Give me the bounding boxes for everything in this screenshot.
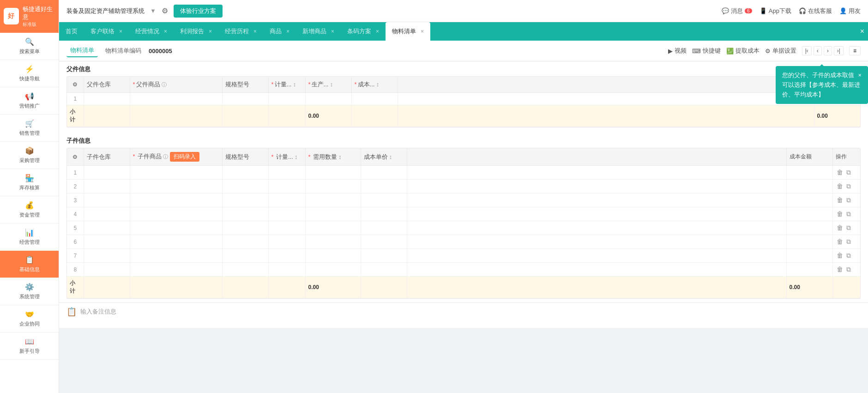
nav-tab-home[interactable]: 首页 — [59, 22, 84, 41]
delete-btn-5[interactable]: 🗑 — [837, 224, 843, 231]
nav-tab-bom[interactable]: 物料清单× — [386, 22, 430, 41]
nav-close-all[interactable]: × — [856, 27, 868, 36]
copy-btn-5[interactable]: ⧉ — [846, 224, 851, 232]
topbar-dropdown-icon[interactable]: ▼ — [150, 7, 156, 14]
prev-page-btn[interactable]: ‹ — [814, 46, 822, 55]
child-row-unit-7[interactable] — [268, 249, 305, 263]
sidebar-item-enterprise[interactable]: 🤝企业协同 — [0, 305, 59, 333]
child-row-warehouse-3[interactable] — [84, 193, 130, 207]
parent-row-warehouse[interactable] — [84, 93, 130, 105]
child-row-product-5[interactable] — [130, 221, 222, 235]
child-row-product-8[interactable] — [130, 263, 222, 277]
child-row-unitprice-4[interactable] — [361, 207, 407, 221]
tab-close-profit[interactable]: × — [209, 28, 212, 35]
app-download-item[interactable]: 📱 App下载 — [760, 7, 791, 15]
delete-btn-4[interactable]: 🗑 — [837, 210, 843, 218]
child-row-costamt-3[interactable] — [786, 193, 832, 207]
scan-input-btn[interactable]: 扫码录入 — [170, 152, 199, 162]
child-row-product-4[interactable] — [130, 207, 222, 221]
child-row-unitprice-8[interactable] — [361, 263, 407, 277]
child-row-warehouse-8[interactable] — [84, 263, 130, 277]
first-page-btn[interactable]: |‹ — [802, 46, 812, 55]
child-row-product-6[interactable] — [130, 235, 222, 249]
trial-button[interactable]: 体验行业方案 — [174, 5, 223, 18]
sidebar-item-guide[interactable]: 📖新手引导 — [0, 333, 59, 360]
child-row-spec-4[interactable] — [222, 207, 268, 221]
child-row-unitprice-7[interactable] — [361, 249, 407, 263]
child-row-qty-1[interactable] — [305, 166, 361, 180]
child-row-product-2[interactable] — [130, 180, 222, 193]
note-label[interactable]: 输入备注信息 — [80, 308, 116, 316]
child-row-spec-2[interactable] — [222, 180, 268, 193]
nav-tab-history[interactable]: 经营历程× — [218, 22, 263, 41]
sidebar-item-sales[interactable]: 🛒销售管理 — [0, 115, 59, 142]
child-row-warehouse-2[interactable] — [84, 180, 130, 193]
online-service-item[interactable]: 🎧 在线客服 — [799, 7, 832, 15]
child-row-qty-7[interactable] — [305, 249, 361, 263]
sidebar-item-basic-info[interactable]: 📋基础信息 — [0, 251, 59, 278]
child-row-spec-8[interactable] — [222, 263, 268, 277]
sidebar-item-system[interactable]: ⚙️系统管理 — [0, 278, 59, 305]
copy-btn-6[interactable]: ⧉ — [846, 238, 851, 246]
tab-close-bom[interactable]: × — [421, 28, 424, 35]
child-row-warehouse-7[interactable] — [84, 249, 130, 263]
child-row-spec-7[interactable] — [222, 249, 268, 263]
child-row-unitprice-5[interactable] — [361, 221, 407, 235]
child-row-unit-8[interactable] — [268, 263, 305, 277]
sub-nav-bom-list[interactable]: 物料清单 — [66, 44, 98, 57]
child-row-product-7[interactable] — [130, 249, 222, 263]
child-row-costamt-4[interactable] — [786, 207, 832, 221]
child-row-unitprice-6[interactable] — [361, 235, 407, 249]
list-view-btn[interactable]: ≡ — [849, 46, 861, 55]
child-row-spec-1[interactable] — [222, 166, 268, 180]
copy-btn-7[interactable]: ⧉ — [846, 252, 851, 260]
child-row-costamt-8[interactable] — [786, 263, 832, 277]
child-row-unitprice-1[interactable] — [361, 166, 407, 180]
nav-tab-barcode[interactable]: 条码方案× — [341, 22, 386, 41]
delete-btn-2[interactable]: 🗑 — [837, 182, 843, 190]
tab-close-operations-status[interactable]: × — [164, 28, 167, 35]
parent-row-product[interactable] — [130, 93, 222, 105]
parent-row-unit[interactable] — [268, 93, 305, 105]
child-row-unit-5[interactable] — [268, 221, 305, 235]
child-row-unit-3[interactable] — [268, 193, 305, 207]
sidebar-item-inventory[interactable]: 🏪库存核算 — [0, 169, 59, 196]
message-item[interactable]: 💬 消息 6 — [722, 7, 752, 15]
parent-row-spec[interactable] — [222, 93, 268, 105]
parent-row-cost[interactable] — [351, 93, 398, 105]
child-row-unit-1[interactable] — [268, 166, 305, 180]
delete-btn-7[interactable]: 🗑 — [837, 252, 843, 259]
next-page-btn[interactable]: › — [824, 46, 832, 55]
child-row-costamt-1[interactable] — [786, 166, 832, 180]
child-col-settings[interactable]: ⚙ — [67, 148, 84, 166]
child-row-warehouse-6[interactable] — [84, 235, 130, 249]
child-row-spec-3[interactable] — [222, 193, 268, 207]
nav-tab-profit[interactable]: 利润报告× — [174, 22, 218, 41]
child-row-unit-4[interactable] — [268, 207, 305, 221]
copy-btn-2[interactable]: ⧉ — [846, 182, 851, 190]
sidebar-item-finance[interactable]: 💰资金管理 — [0, 196, 59, 224]
last-page-btn[interactable]: ›| — [834, 46, 844, 55]
child-row-qty-4[interactable] — [305, 207, 361, 221]
child-row-qty-2[interactable] — [305, 180, 361, 193]
sidebar-item-quick-nav[interactable]: ⚡快捷导航 — [0, 60, 59, 87]
child-row-spec-5[interactable] — [222, 221, 268, 235]
child-row-warehouse-4[interactable] — [84, 207, 130, 221]
sidebar-item-purchase[interactable]: 📦采购管理 — [0, 142, 59, 169]
tab-close-customer[interactable]: × — [119, 28, 122, 35]
delete-btn-6[interactable]: 🗑 — [837, 238, 843, 245]
copy-btn-1[interactable]: ⧉ — [846, 169, 851, 176]
nav-tab-new-product[interactable]: 新增商品× — [296, 22, 341, 41]
tooltip-close-btn[interactable]: × — [858, 71, 862, 80]
sidebar-item-marketing[interactable]: 📢营销推广 — [0, 87, 59, 115]
child-row-unitprice-3[interactable] — [361, 193, 407, 207]
user-item[interactable]: 👤 用友 — [839, 7, 861, 15]
child-row-costamt-2[interactable] — [786, 180, 832, 193]
tab-close-products[interactable]: × — [286, 28, 289, 35]
extract-cost-item[interactable]: 💹 提取成本 — [726, 47, 760, 55]
tab-close-new-product[interactable]: × — [331, 28, 334, 35]
tab-close-history[interactable]: × — [253, 28, 257, 35]
child-row-costamt-6[interactable] — [786, 235, 832, 249]
copy-btn-8[interactable]: ⧉ — [846, 266, 851, 273]
copy-btn-3[interactable]: ⧉ — [846, 196, 851, 204]
